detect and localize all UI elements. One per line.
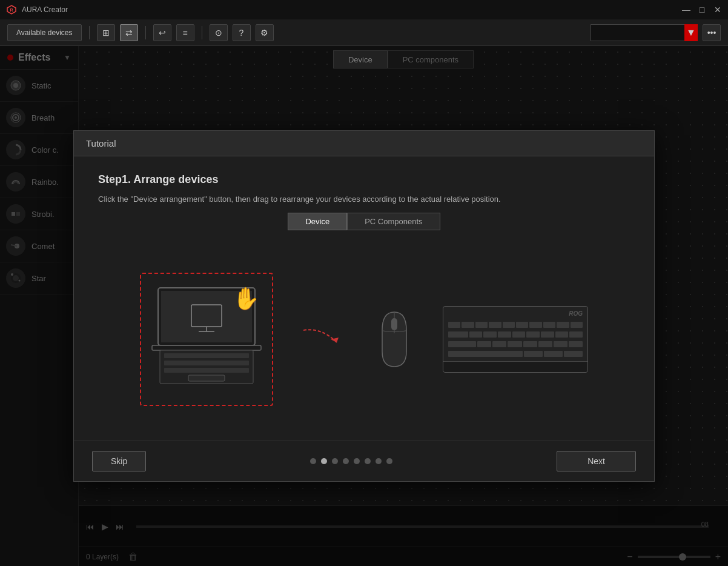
minimize-button[interactable]: — [682,5,690,14]
search-area: ▼ [591,24,698,41]
dot-1 [310,458,316,464]
camera-button[interactable]: ⊙ [210,24,228,41]
svg-rect-25 [164,368,249,373]
toolbar-separator-1 [89,26,90,39]
more-options-button[interactable]: ••• [703,24,721,41]
modal-header: Tutorial [74,131,654,156]
keyboard-row-4 [448,351,583,357]
tutorial-illustration: ✋ [98,256,630,424]
keyboard-wristrest [443,361,587,372]
modal-overlay: Tutorial Step1. Arrange devices Click th… [0,46,728,566]
tutorial-modal: Tutorial Step1. Arrange devices Click th… [73,130,655,482]
step-description: Click the "Device arrangement" button, t… [98,193,630,205]
app-title: AURA Creator [22,5,68,14]
dot-5 [354,458,360,464]
dot-4 [343,458,349,464]
maximize-button[interactable]: □ [698,5,706,14]
dot-7 [376,458,382,464]
dot-3 [332,458,338,464]
keyboard-row-1 [448,322,583,328]
svg-rect-26 [188,375,225,381]
keyboard-row-2 [448,331,583,338]
pagination-dots [310,458,392,464]
dot-8 [386,458,392,464]
toolbar-separator-2 [145,26,146,39]
sync-button[interactable]: ⇄ [120,24,138,41]
mouse-svg [373,306,415,373]
tutorial-tab-pc-components[interactable]: PC Components [347,213,440,230]
search-input[interactable] [591,24,687,41]
grid-view-button[interactable]: ⊞ [97,24,115,41]
svg-rect-21 [152,345,261,350]
svg-rect-24 [164,361,249,365]
tutorial-tab-device[interactable]: Device [288,213,347,230]
titlebar-controls: — □ ✕ [682,5,722,14]
titlebar: R AURA Creator — □ ✕ [0,0,728,19]
dot-6 [365,458,371,464]
keyboard-row-3 [448,341,583,347]
skip-button[interactable]: Skip [92,451,146,471]
titlebar-left: R AURA Creator [6,4,68,15]
next-button[interactable]: Next [557,451,636,471]
dot-2 [321,458,327,464]
rog-keyboard-logo: ROG [569,310,583,317]
search-dropdown-button[interactable]: ▼ [684,24,698,41]
curved-arrow-svg [297,324,346,355]
laptop-device: ✋ [140,273,273,406]
keyboard-device: ROG [443,306,588,373]
drag-arrow-icon [297,321,346,358]
main-area: Effects ▼ Static Breath Color c. R [0,46,728,566]
svg-rect-23 [164,353,249,358]
modal-title: Tutorial [86,138,116,148]
toolbar-separator-3 [202,26,202,39]
list-button[interactable]: ≡ [176,24,194,41]
modal-body: Step1. Arrange devices Click the "Device… [74,156,654,441]
tutorial-tabs: Device PC Components [98,213,630,230]
close-button[interactable]: ✕ [713,5,722,14]
modal-footer: Skip Next [74,441,654,481]
available-devices-button[interactable]: Available devices [7,24,82,41]
toolbar: Available devices ⊞ ⇄ ↩ ≡ ⊙ ? ⚙ ▼ ••• [0,19,728,46]
svg-text:R: R [10,8,13,12]
gear-button[interactable]: ⚙ [256,24,274,41]
undo-button[interactable]: ↩ [153,24,171,41]
help-button[interactable]: ? [233,24,251,41]
hand-pointer-icon: ✋ [233,286,260,311]
rog-logo-icon: R [6,4,17,15]
mouse-device [370,303,419,376]
step-title: Step1. Arrange devices [98,173,630,186]
